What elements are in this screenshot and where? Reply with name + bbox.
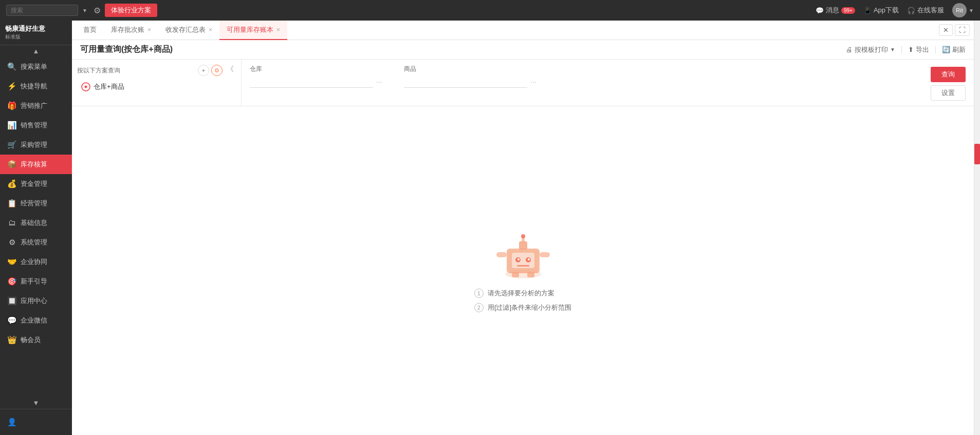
svg-point-9: [528, 258, 530, 260]
scheme-icon: [81, 82, 90, 91]
refresh-button[interactable]: 🔄 刷新: [942, 45, 966, 54]
print-dropdown-icon: ▼: [890, 47, 895, 52]
warehouse-input[interactable]: [250, 75, 373, 88]
gift-icon: 🎁: [7, 101, 16, 110]
empty-illustration: [492, 229, 554, 280]
logo-text: 畅康通好生意: [5, 25, 67, 33]
sidebar-user-info[interactable]: 👤: [0, 412, 72, 432]
sidebar-item-finance[interactable]: 💰 资金管理: [0, 174, 72, 194]
sidebar-item-purchase[interactable]: 🛒 采购管理: [0, 135, 72, 155]
filter-scheme-item[interactable]: 仓库+商品: [77, 79, 236, 94]
empty-hints: 1 请先选择要分析的方案 2 用[过滤]条件来缩小分析范围: [474, 289, 571, 312]
content-area: 首页 库存批次账 × 收发存汇总表 × 可用量库存账本 × ✕ ⛶: [72, 21, 974, 435]
topbar-right-actions: 💬 消息 99+ 📱 App下载 🎧 在线客服 Rit ▼: [816, 3, 974, 17]
sidebar-item-wechat[interactable]: 💬 企业微信: [0, 311, 72, 330]
sidebar-item-system[interactable]: ⚙ 系统管理: [0, 233, 72, 252]
top-bar: ▼ ⚙ 体验行业方案 💬 消息 99+ 📱 App下载 🎧 在线客服 Rit: [0, 0, 980, 21]
sidebar-item-appcenter[interactable]: 🔲 应用中心: [0, 291, 72, 311]
filter-panel: 按以下方案查询 + ⚙ 《 仓库+商品: [72, 60, 974, 106]
scrollbar-thumb[interactable]: [974, 144, 980, 164]
sidebar-item-member[interactable]: 👑 畅会员: [0, 330, 72, 350]
empty-hint-2: 2 用[过滤]条件来缩小分析范围: [474, 303, 571, 312]
page-header-actions: 🖨 按模板打印 ▼ ⬆ 导出 🔄 刷新: [846, 45, 966, 54]
folder-icon: 🗂: [7, 218, 16, 228]
app-download-button[interactable]: 📱 App下载: [863, 6, 899, 15]
online-service-button[interactable]: 🎧 在线客服: [907, 6, 944, 15]
filter-fields: 仓库 ··· 商品 ··· 查询: [242, 60, 974, 106]
svg-rect-17: [527, 272, 534, 277]
crown-icon: 👑: [7, 335, 16, 345]
search-dropdown-icon[interactable]: ▼: [82, 8, 87, 13]
user-menu-chevron: ▼: [969, 8, 974, 13]
refresh-icon: 🔄: [942, 46, 950, 53]
gear-icon: ⚙: [7, 238, 16, 247]
add-scheme-button[interactable]: +: [198, 65, 209, 76]
sidebar-item-marketing[interactable]: 🎁 营销推广: [0, 96, 72, 116]
divider2: [935, 46, 936, 53]
messages-badge: 99+: [841, 7, 855, 14]
tab-bar: 首页 库存批次账 × 收发存汇总表 × 可用量库存账本 × ✕ ⛶: [72, 21, 974, 40]
cart-icon: 🛒: [7, 140, 16, 149]
product-input-row: ···: [404, 75, 548, 88]
lightning-icon: ⚡: [7, 82, 16, 91]
svg-rect-16: [512, 272, 519, 277]
clipboard-icon: 📋: [7, 199, 16, 208]
tab-home[interactable]: 首页: [76, 21, 104, 40]
tab-batch[interactable]: 库存批次账 ×: [104, 21, 158, 40]
sidebar-scroll-up[interactable]: ▲: [0, 45, 72, 57]
tab-available-close[interactable]: ×: [276, 26, 280, 33]
settings-icon[interactable]: ⚙: [94, 6, 101, 15]
page-title: 可用量查询(按仓库+商品): [80, 44, 173, 55]
tab-batch-close[interactable]: ×: [147, 26, 151, 33]
sidebar-item-inventory[interactable]: 📦 库存核算: [0, 155, 72, 174]
filter-scheme-panel: 按以下方案查询 + ⚙ 《 仓库+商品: [72, 60, 242, 106]
sidebar-item-sales[interactable]: 📊 销售管理: [0, 116, 72, 135]
fullscreen-button[interactable]: ⛶: [955, 24, 970, 36]
hint-text-2: 用[过滤]条件来缩小分析范围: [488, 303, 571, 312]
sidebar-nav: 🔍 搜索菜单 ⚡ 快捷导航 🎁 营销推广 📊 销售管理 🛒 采购管理: [0, 57, 72, 397]
close-tab-button[interactable]: ✕: [939, 24, 953, 36]
industry-solution-button[interactable]: 体验行业方案: [105, 4, 157, 17]
product-more-button[interactable]: ···: [530, 78, 537, 86]
warehouse-filter-field: 仓库 ···: [250, 65, 394, 88]
tab-summary-close[interactable]: ×: [209, 26, 212, 33]
messages-button[interactable]: 💬 消息 99+: [816, 6, 855, 15]
print-template-button[interactable]: 🖨 按模板打印 ▼: [846, 45, 895, 54]
right-scrollbar[interactable]: [974, 21, 980, 435]
collapse-panel-button[interactable]: 《: [225, 65, 236, 76]
warehouse-more-button[interactable]: ···: [376, 78, 382, 86]
hint-number-2: 2: [474, 303, 484, 312]
print-icon: 🖨: [846, 46, 853, 53]
sidebar-item-cooperation[interactable]: 🤝 企业协同: [0, 252, 72, 272]
query-button[interactable]: 查询: [931, 67, 966, 82]
empty-hint-1: 1 请先选择要分析的方案: [474, 289, 571, 298]
svg-rect-11: [519, 241, 527, 250]
filter-action-buttons: 查询 设置: [931, 65, 966, 101]
setting-button[interactable]: 设置: [931, 85, 966, 101]
tab-summary[interactable]: 收发存汇总表 ×: [158, 21, 219, 40]
edit-scheme-button[interactable]: ⚙: [211, 65, 223, 76]
sidebar-item-search[interactable]: 🔍 搜索菜单: [0, 57, 72, 77]
search-input[interactable]: [6, 5, 78, 16]
svg-point-1: [85, 86, 87, 88]
grid-icon: 🔲: [7, 296, 16, 306]
avatar: Rit: [952, 3, 967, 17]
handshake-icon: 🤝: [7, 257, 16, 267]
export-icon: ⬆: [908, 46, 914, 53]
product-input[interactable]: [404, 75, 527, 88]
product-label: 商品: [404, 65, 548, 73]
sidebar-item-basics[interactable]: 🗂 基础信息: [0, 213, 72, 233]
sidebar-scroll-down[interactable]: ▼: [0, 397, 72, 409]
export-button[interactable]: ⬆ 导出: [908, 45, 929, 54]
svg-point-8: [517, 258, 520, 260]
sidebar-item-quicknav[interactable]: ⚡ 快捷导航: [0, 77, 72, 96]
tab-available[interactable]: 可用量库存账本 ×: [219, 21, 287, 40]
sidebar-item-newguide[interactable]: 🎯 新手引导: [0, 272, 72, 291]
headset-icon: 🎧: [907, 7, 915, 14]
message-icon: 💬: [816, 7, 824, 14]
user-menu[interactable]: Rit ▼: [952, 3, 974, 17]
sidebar-item-operations[interactable]: 📋 经营管理: [0, 194, 72, 213]
product-filter-field: 商品 ···: [404, 65, 548, 88]
search-icon: 🔍: [7, 62, 16, 71]
filter-scheme-title: 按以下方案查询: [77, 66, 120, 75]
